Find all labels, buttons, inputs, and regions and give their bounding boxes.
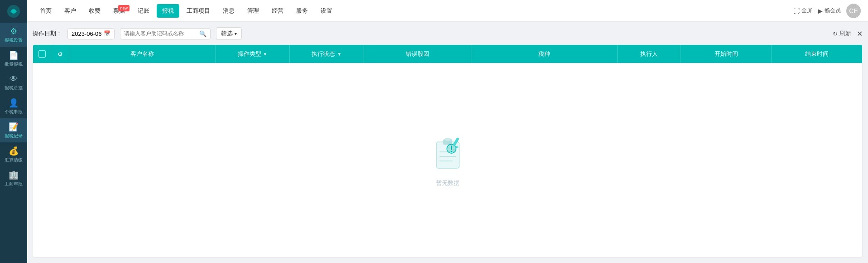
- op-type-sort-icon: ▼: [263, 52, 268, 57]
- content-area: 操作日期： 2023-06-06 📅 🔍 筛选 ▾ ↻ 刷新 ✕: [27, 22, 868, 263]
- calendar-icon: 📅: [104, 30, 110, 37]
- sidebar-item-piliangshuibao[interactable]: 📄 批量报税: [0, 47, 27, 71]
- nav-item-baoshui[interactable]: 报税: [157, 4, 179, 18]
- status-sort-icon: ▼: [337, 52, 341, 57]
- nav-item-piaoju[interactable]: 票据 new: [108, 4, 130, 18]
- sidebar-item-label-baoshuishezhi: 报税设置: [5, 38, 23, 43]
- baoshuizonglan-icon: 👁: [10, 74, 18, 84]
- piliangshuibao-icon: 📄: [9, 50, 19, 60]
- gongshangniankan-icon: 🏢: [9, 170, 19, 180]
- sidebar-item-label-baoshuijilu: 报税记录: [5, 133, 23, 139]
- baoshuijilu-icon: 📝: [9, 122, 19, 132]
- sidebar-item-label-gongshangniankan: 工商年报: [5, 181, 23, 187]
- date-value: 2023-06-06: [72, 30, 102, 37]
- app-logo: [0, 0, 27, 23]
- member-label: 畅会员: [825, 7, 841, 15]
- nav-item-fuwu[interactable]: 服务: [291, 4, 313, 18]
- svg-point-10: [451, 151, 452, 152]
- nav-item-jingying[interactable]: 经营: [266, 4, 289, 18]
- nav-item-shouye[interactable]: 首页: [34, 4, 57, 18]
- refresh-icon: ↻: [833, 30, 838, 37]
- th-settings[interactable]: ⚙: [51, 45, 69, 63]
- main-area: 首页 客户 收费 票据 new 记账 报税 工商项目 消息 管理 经营 服务 设…: [27, 0, 868, 263]
- sidebar-item-label-geshuishenbao: 个税申报: [5, 109, 23, 115]
- sidebar-item-label-baoshuizonglan: 报税总览: [5, 85, 23, 91]
- nav-item-kehu[interactable]: 客户: [59, 4, 82, 18]
- new-badge: new: [118, 5, 129, 11]
- avatar[interactable]: CE: [846, 4, 861, 18]
- nav-item-gongshangxiangmu[interactable]: 工商项目: [181, 4, 216, 18]
- search-box[interactable]: 🔍: [120, 28, 211, 39]
- nav-item-xiaoxi[interactable]: 消息: [217, 4, 240, 18]
- search-icon: 🔍: [199, 30, 206, 37]
- sidebar-item-gongshangniankan[interactable]: 🏢 工商年报: [0, 166, 27, 190]
- topnav-right: ⛶ 全屏 ▶ 畅会员 CE: [793, 4, 861, 18]
- sidebar-item-label-huisuanjiaona: 汇算清缴: [5, 157, 23, 163]
- date-picker[interactable]: 2023-06-06 📅: [67, 28, 115, 39]
- nav-item-shezhi[interactable]: 设置: [315, 4, 338, 18]
- table-body: 暂无数据: [33, 63, 862, 257]
- fullscreen-button[interactable]: ⛶ 全屏: [793, 7, 812, 15]
- refresh-button[interactable]: ↻ 刷新: [833, 29, 851, 38]
- date-label: 操作日期：: [33, 29, 62, 38]
- geshuishenbao-icon: 👤: [9, 98, 19, 108]
- svg-rect-3: [445, 138, 451, 141]
- th-executor: 执行人: [618, 45, 681, 63]
- sidebar-item-baoshuishezhi[interactable]: ⚙ 报税设置: [0, 23, 27, 47]
- filter-button[interactable]: 筛选 ▾: [216, 27, 242, 40]
- sidebar: ⚙ 报税设置 📄 批量报税 👁 报税总览 👤 个税申报 📝 报税记录 💰 汇算清…: [0, 0, 27, 263]
- th-status[interactable]: 执行状态 ▼: [290, 45, 364, 63]
- member-button[interactable]: ▶ 畅会员: [818, 7, 841, 15]
- sidebar-item-huisuanjiaona[interactable]: 💰 汇算清缴: [0, 142, 27, 166]
- fullscreen-label: 全屏: [801, 7, 812, 15]
- refresh-label: 刷新: [839, 29, 851, 38]
- member-icon: ▶: [818, 7, 823, 15]
- table-header: ⚙ 客户名称 操作类型 ▼ 执行状态 ▼ 错误股因 税种: [33, 45, 862, 63]
- th-end-time: 结束时间: [772, 45, 862, 63]
- filter-label: 筛选: [221, 29, 233, 38]
- top-navigation: 首页 客户 收费 票据 new 记账 报税 工商项目 消息 管理 经营 服务 设…: [27, 0, 868, 22]
- sidebar-item-baoshuizonglan[interactable]: 👁 报税总览: [0, 71, 27, 94]
- empty-state: 暂无数据: [33, 63, 862, 257]
- select-all-checkbox[interactable]: [38, 50, 46, 58]
- th-tax: 税种: [471, 45, 618, 63]
- fullscreen-icon: ⛶: [793, 7, 800, 15]
- empty-illustration: [430, 133, 466, 174]
- huisuanjiaona-icon: 💰: [9, 146, 19, 156]
- nav-item-shoufei[interactable]: 收费: [83, 4, 106, 18]
- empty-text: 暂无数据: [436, 179, 460, 187]
- search-input[interactable]: [124, 30, 199, 37]
- data-table: ⚙ 客户名称 操作类型 ▼ 执行状态 ▼ 错误股因 税种: [33, 44, 863, 258]
- sidebar-item-baoshuijilu[interactable]: 📝 报税记录: [0, 118, 27, 142]
- toolbar: 操作日期： 2023-06-06 📅 🔍 筛选 ▾ ↻ 刷新 ✕: [33, 27, 863, 40]
- th-check[interactable]: [33, 45, 51, 63]
- baoshuishezhi-icon: ⚙: [10, 26, 17, 36]
- th-error: 错误股因: [364, 45, 471, 63]
- sidebar-item-label-piliangshuibao: 批量报税: [5, 62, 23, 67]
- filter-chevron-icon: ▾: [235, 31, 237, 36]
- th-op-type[interactable]: 操作类型 ▼: [216, 45, 290, 63]
- toolbar-right: ↻ 刷新 ✕: [833, 29, 863, 38]
- th-name: 客户名称: [69, 45, 216, 63]
- close-button[interactable]: ✕: [857, 29, 863, 38]
- nav-item-jizhang[interactable]: 记账: [132, 4, 155, 18]
- th-start-time: 开始时间: [681, 45, 772, 63]
- nav-item-guanli[interactable]: 管理: [242, 4, 264, 18]
- sidebar-item-geshuishenbao[interactable]: 👤 个税申报: [0, 94, 27, 118]
- settings-icon: ⚙: [58, 51, 63, 58]
